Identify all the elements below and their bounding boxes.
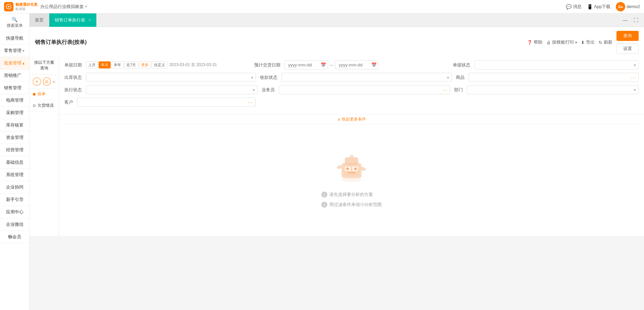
collapse-arrow-icon: ∧ xyxy=(337,117,340,122)
outbound-select-wrapper: ▾ xyxy=(86,73,256,82)
collapse-bar: ∧ 收起更多条件 xyxy=(59,114,644,124)
export-icon: ⬇ xyxy=(581,40,585,45)
breadcrumb[interactable]: 办公用品行业模拟账套 ▾ xyxy=(40,4,87,10)
add-scheme-btn[interactable]: + xyxy=(33,78,41,86)
sidebar-item-app-center[interactable]: 应用中心 xyxy=(0,206,29,218)
sidebar-item-enterprise[interactable]: 企业协同 xyxy=(0,181,29,194)
query-button[interactable]: 查询 xyxy=(616,31,639,41)
message-item[interactable]: 💬 消息 xyxy=(566,4,582,10)
page-actions: ❓ 帮助 🖨 按模板打印 ▾ ⬇ 导出 ↻ 刷新 xyxy=(527,31,639,54)
refresh-label: 刷新 xyxy=(604,39,612,45)
product-dots-btn[interactable]: ··· xyxy=(631,75,636,80)
payment-select[interactable] xyxy=(281,73,451,82)
help-label: 帮助 xyxy=(534,39,542,45)
sidebar-item-finance[interactable]: 资金管理 xyxy=(0,132,29,144)
date-label: 单据日期 xyxy=(64,62,82,68)
salesperson-dots-btn[interactable]: ··· xyxy=(443,87,448,93)
filter-content-area: 单据日期 上月 本月 本年 近7天 更多 自定义 20 xyxy=(59,56,644,236)
period-btn-group: 上月 本月 本年 近7天 更多 自定义 xyxy=(86,61,167,68)
calendar-end-icon[interactable]: 📅 xyxy=(371,62,377,67)
sidebar-item-wholesale-mgmt[interactable]: 批发管理 ▲ xyxy=(0,57,29,69)
tip1-text: 请先选择要分析的方案 xyxy=(329,190,373,199)
setup-button[interactable]: 设置 xyxy=(616,44,639,54)
nav-sub-item-order[interactable]: 按单 xyxy=(30,89,59,100)
outbound-select[interactable] xyxy=(86,73,256,82)
help-btn[interactable]: ❓ 帮助 xyxy=(527,39,542,45)
sidebar-item-ecommerce[interactable]: 电商管理 xyxy=(0,94,29,107)
period-custom-btn[interactable]: 自定义 xyxy=(152,61,167,68)
payment-label: 收款状态 xyxy=(260,74,277,81)
period-current-year-btn[interactable]: 本年 xyxy=(111,61,123,68)
sidebar-item-operations[interactable]: 经营管理 xyxy=(0,144,29,156)
user-area[interactable]: Ea demo2 xyxy=(616,2,640,11)
scheme-label: 按以下方案查询 xyxy=(32,60,56,71)
sidebar-item-basic-info[interactable]: 基础信息 xyxy=(0,156,29,169)
salesperson-input[interactable] xyxy=(279,85,450,94)
inner-left-nav: 按以下方案查询 + ◎ « 按单 xyxy=(30,56,59,236)
maximize-icon: ⛶ xyxy=(634,17,638,23)
user-label: demo2 xyxy=(627,4,640,9)
sidebar-item-marketing[interactable]: 营销推广 xyxy=(0,69,29,82)
filter-scheme-header[interactable]: 按以下方案查询 xyxy=(30,56,59,75)
sidebar-item-search-menu[interactable]: 🔍 搜索菜单 xyxy=(0,13,29,32)
app-download-label: App下载 xyxy=(594,4,610,10)
refresh-btn[interactable]: ↻ 刷新 xyxy=(599,39,612,45)
dept-select[interactable] xyxy=(467,85,639,94)
sidebar-item-procurement[interactable]: 采购管理 xyxy=(0,107,29,119)
product-input[interactable] xyxy=(469,73,639,82)
edit-scheme-btn[interactable]: ◎ xyxy=(43,78,51,86)
svg-point-6 xyxy=(346,167,349,170)
forecast-date-end-wrapper: 📅 xyxy=(335,60,379,69)
exec-select[interactable] xyxy=(86,85,258,94)
logo-area: 畅捷通好生意 标准版 xyxy=(4,2,38,11)
main-body: 按以下方案查询 + ◎ « 按单 xyxy=(30,56,644,236)
export-btn[interactable]: ⬇ 导出 xyxy=(581,39,595,45)
calendar-start-icon[interactable]: 📅 xyxy=(321,62,326,67)
customer-dots-btn[interactable]: ··· xyxy=(248,100,253,105)
sidebar-item-sales-mgmt[interactable]: 销售管理 xyxy=(0,82,29,94)
empty-state: 1 请先选择要分析的方案 2 用过滤条件来缩小分析范围 xyxy=(59,124,644,236)
filter-row-1: 单据日期 上月 本月 本年 近7天 更多 自定义 20 xyxy=(64,60,639,69)
breadcrumb-text: 办公用品行业模拟账套 xyxy=(40,4,84,10)
message-label: 消息 xyxy=(573,4,582,10)
tab-maximize-btn[interactable]: ⛶ xyxy=(632,16,640,24)
nav-sub-item-backorder[interactable]: 欠货情况 xyxy=(30,100,59,111)
logo-text-line1: 畅捷通好生意 xyxy=(15,2,38,7)
collapse-more-btn[interactable]: ∧ 收起更多条件 xyxy=(337,116,366,122)
status-select[interactable] xyxy=(474,60,639,69)
sidebar-item-member[interactable]: 畅会员 xyxy=(0,231,29,243)
tab-active-label: 销售订单执行表 xyxy=(55,17,85,23)
sidebar-item-new-guide[interactable]: 新手引导 xyxy=(0,194,29,206)
sidebar-item-inventory[interactable]: 库存核算 xyxy=(0,119,29,132)
tab-home[interactable]: 首页 xyxy=(30,13,49,27)
forecast-date-label: 预计交货日期 xyxy=(254,62,280,68)
period-more-btn[interactable]: 更多 xyxy=(139,61,151,68)
customer-input[interactable] xyxy=(77,98,256,107)
period-prev-month-btn[interactable]: 上月 xyxy=(86,61,98,68)
sidebar-item-retail-mgmt[interactable]: 零售管理 ▼ xyxy=(0,45,29,57)
tab-active[interactable]: 销售订单执行表 × xyxy=(49,13,97,27)
payment-select-wrapper: ▾ xyxy=(281,73,451,82)
period-7days-btn[interactable]: 近7天 xyxy=(124,61,138,68)
tab-home-label: 首页 xyxy=(35,17,44,23)
sidebar-item-enterprise-wechat[interactable]: 企业微信 xyxy=(0,218,29,231)
forecast-date-inputs: 📅 — 📅 xyxy=(284,60,449,69)
main-layout: 🔍 搜索菜单 快捷导航 零售管理 ▼ 批发管理 ▲ 营销推广 销售管理 电商管理… xyxy=(0,13,644,310)
filled-dot-icon xyxy=(33,93,36,96)
app-download-item[interactable]: 📱 App下载 xyxy=(587,4,610,10)
svg-point-7 xyxy=(354,167,357,170)
tab-minimize-btn[interactable]: — xyxy=(621,16,629,24)
outbound-label: 出库状态 xyxy=(64,74,82,81)
tab-actions: — ⛶ xyxy=(621,16,644,24)
avatar: Ea xyxy=(616,2,625,11)
sidebar-item-system-mgmt[interactable]: 系统管理 xyxy=(0,169,29,181)
refresh-icon: ↻ xyxy=(599,40,602,45)
collapse-nav-btn[interactable]: « xyxy=(53,79,55,84)
sidebar: 🔍 搜索菜单 快捷导航 零售管理 ▼ 批发管理 ▲ 营销推广 销售管理 电商管理… xyxy=(0,13,30,310)
top-bar-right: 💬 消息 📱 App下载 Ea demo2 xyxy=(566,2,640,11)
sidebar-item-quick-nav[interactable]: 快捷导航 xyxy=(0,32,29,45)
empty-dot-icon xyxy=(33,104,36,107)
period-current-month-btn[interactable]: 本月 xyxy=(99,61,111,68)
print-btn[interactable]: 🖨 按模板打印 ▾ xyxy=(546,39,577,45)
tab-close-icon[interactable]: × xyxy=(89,18,91,22)
